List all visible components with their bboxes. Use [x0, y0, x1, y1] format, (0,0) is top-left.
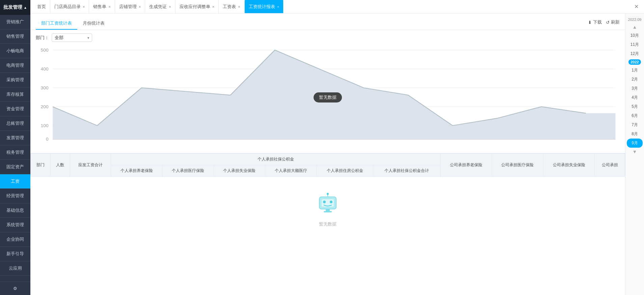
th-personal-major-medical: 个人承担大额医疗	[265, 165, 317, 177]
sidebar-item-label: 工资	[11, 179, 20, 184]
sidebar-header-label: 批发管理	[3, 4, 22, 10]
chart-no-data-tooltip: 暂无数据	[314, 92, 342, 102]
timeline-month-2[interactable]: 2月	[625, 75, 644, 84]
refresh-button[interactable]: ↺ 刷新	[606, 19, 620, 25]
timeline-month-8[interactable]: 8月	[625, 129, 644, 139]
sidebar-settings-button[interactable]: ⚙	[0, 282, 30, 295]
sidebar-item-label: 采购管理	[6, 77, 24, 82]
sub-tab-label: 部门工资统计表	[41, 21, 72, 26]
month-label: 10月	[630, 33, 639, 38]
svg-point-15	[323, 201, 326, 203]
month-label: 1月	[632, 68, 638, 72]
sidebar-item-yingxiao[interactable]: 营销推广	[0, 15, 30, 29]
tab-close-icon[interactable]: ×	[108, 5, 110, 9]
sidebar-item-zhangzhang[interactable]: 总账管理	[0, 116, 30, 131]
month-label: 8月	[632, 131, 638, 136]
sidebar-item-caigou[interactable]: 采购管理	[0, 73, 30, 87]
timeline-month-7[interactable]: 7月	[625, 120, 644, 129]
timeline-month-6[interactable]: 6月	[625, 111, 644, 120]
tab-gongzibaobiao[interactable]: 工资统计报表 ×	[245, 0, 284, 13]
filter-department-select-wrap[interactable]: 全部	[52, 33, 92, 42]
svg-point-20	[327, 193, 329, 195]
svg-text:200: 200	[41, 105, 49, 109]
sidebar-header[interactable]: 批发管理 ▲	[0, 0, 30, 15]
sidebar-item-fapiao[interactable]: 发票管理	[0, 131, 30, 145]
month-label: 4月	[632, 95, 638, 100]
sub-tab-actions: ⬇ 下载 ↺ 刷新	[588, 19, 620, 28]
tab-label: 销售单	[93, 4, 106, 10]
timeline-month-10[interactable]: 10月	[625, 31, 644, 40]
sidebar-item-qiye[interactable]: 企业协同	[0, 232, 30, 247]
tab-bar-close-button[interactable]: ✕	[632, 2, 641, 11]
timeline-month-9[interactable]: 9月	[627, 139, 643, 148]
chart-area: 500 400 300 200 100 0	[30, 45, 625, 153]
sidebar-item-label: 云应用	[9, 266, 22, 271]
th-personal-medical: 个人承担医疗保险	[162, 165, 214, 177]
svg-rect-18	[324, 211, 332, 212]
sidebar-item-gongzi[interactable]: 工资	[0, 174, 30, 189]
timeline-month-1[interactable]: 1月	[625, 66, 644, 75]
sidebar-item-jingying[interactable]: 经营管理	[0, 189, 30, 203]
svg-text:300: 300	[41, 86, 49, 90]
timeline-up-button[interactable]: ▲	[625, 23, 644, 31]
tab-close-icon[interactable]: ×	[169, 5, 171, 9]
timeline-month-5[interactable]: 5月	[625, 102, 644, 111]
sub-tab-bar: 部门工资统计表 月份统计表 ⬇ 下载 ↺ 刷新	[30, 13, 625, 30]
year-badge-label: 2022	[628, 59, 641, 65]
svg-text:100: 100	[41, 123, 49, 128]
tab-label: 工资统计报表	[249, 4, 275, 10]
sidebar-item-label: 新手引导	[6, 251, 24, 256]
th-total-salary: 应发工资合计	[70, 154, 111, 177]
tab-close-icon[interactable]: ×	[212, 5, 214, 9]
month-label: 9月	[632, 141, 638, 145]
tab-mendian[interactable]: 门店商品目录 ×	[50, 0, 89, 13]
tab-pingzheng[interactable]: 生成凭证 ×	[145, 0, 175, 13]
timeline-month-11[interactable]: 11月	[625, 40, 644, 49]
sidebar: 批发管理 ▲ 营销推广 销售管理 小畅电商 电商管理 采购管理 库存核算 资金管…	[0, 0, 30, 295]
tab-close-icon[interactable]: ×	[83, 5, 85, 9]
sidebar-item-dianshang[interactable]: 电商管理	[0, 58, 30, 73]
timeline-month-12[interactable]: 12月	[625, 49, 644, 58]
timeline-down-button[interactable]: ▼	[625, 148, 644, 156]
year-2022-badge: 2022	[625, 60, 644, 64]
download-button[interactable]: ⬇ 下载	[588, 19, 602, 25]
sidebar-item-label: 库存核算	[6, 92, 24, 97]
sidebar-item-zijin[interactable]: 资金管理	[0, 102, 30, 116]
sidebar-item-jichu[interactable]: 基础信息	[0, 203, 30, 218]
tab-tiaozhedan[interactable]: 应收应付调整单 ×	[176, 0, 219, 13]
sidebar-item-gudingzichan[interactable]: 固定资产	[0, 160, 30, 174]
th-count: 人数	[50, 154, 70, 177]
sub-tab-department[interactable]: 部门工资统计表	[36, 18, 77, 30]
timeline-month-4[interactable]: 4月	[625, 93, 644, 102]
timeline-month-3[interactable]: 3月	[625, 84, 644, 93]
sub-tab-label: 月份统计表	[83, 21, 105, 26]
month-label: 6月	[632, 113, 638, 118]
sidebar-item-xinshou[interactable]: 新手引导	[0, 247, 30, 261]
tab-xiaoshoudan[interactable]: 销售单 ×	[89, 0, 115, 13]
table-area[interactable]: 部门 人数 应发工资合计 个人承担社保公积金 公司承担养老保险 公司承担医疗保险…	[30, 153, 625, 295]
sidebar-item-xiaochang[interactable]: 小畅电商	[0, 44, 30, 58]
tab-close-icon[interactable]: ×	[139, 5, 141, 9]
empty-state-label: 暂无数据	[319, 221, 337, 227]
sidebar-item-yunyingyong[interactable]: 云应用	[0, 261, 30, 276]
tab-close-icon[interactable]: ×	[277, 5, 279, 9]
tab-home[interactable]: 首页	[33, 0, 50, 13]
content-main: 部门工资统计表 月份统计表 ⬇ 下载 ↺ 刷新	[30, 13, 625, 295]
filter-department-select[interactable]: 全部	[52, 33, 92, 42]
sidebar-item-shuiwu[interactable]: 税务管理	[0, 145, 30, 160]
tab-gongzibiao[interactable]: 工资表 ×	[219, 0, 244, 13]
main-area: 首页 门店商品目录 × 销售单 × 店铺管理 × 生成凭证 × 应收应付调整单 …	[30, 0, 644, 295]
sidebar-item-kucun[interactable]: 库存核算	[0, 87, 30, 102]
tab-close-icon[interactable]: ×	[238, 5, 240, 9]
refresh-label: 刷新	[611, 19, 620, 25]
tab-dianzpu[interactable]: 店铺管理 ×	[115, 0, 145, 13]
th-company-unemployment: 公司承担失业保险	[543, 154, 594, 177]
sidebar-item-label: 营销推广	[6, 19, 24, 24]
sidebar-item-xiaoshou[interactable]: 销售管理	[0, 29, 30, 44]
sidebar-item-label: 企业协同	[6, 237, 24, 242]
tab-label: 门店商品目录	[54, 4, 81, 10]
th-company-medical: 公司承担医疗保险	[492, 154, 543, 177]
sub-tab-month[interactable]: 月份统计表	[77, 18, 110, 30]
sidebar-item-xitong[interactable]: 系统管理	[0, 218, 30, 232]
svg-text:400: 400	[41, 67, 49, 71]
